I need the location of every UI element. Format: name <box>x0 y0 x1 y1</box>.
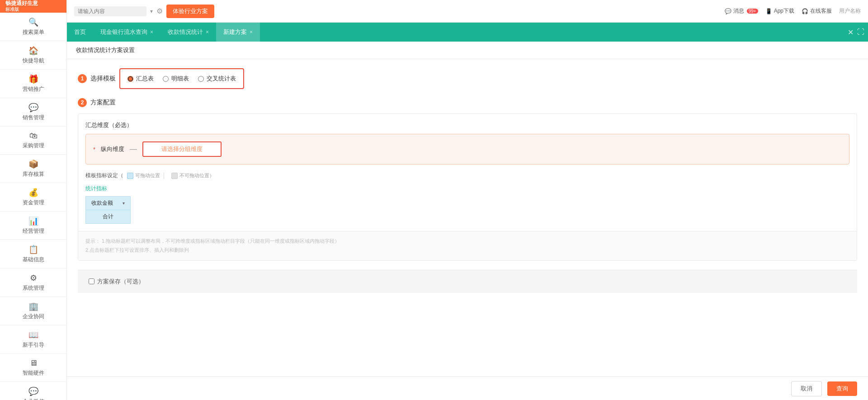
trial-button[interactable]: 体验行业方案 <box>166 5 214 18</box>
page-title: 收款情况统计方案设置 <box>67 42 868 59</box>
sidebar-item-guide[interactable]: 📖 新手引导 <box>0 325 66 354</box>
radio-detail-input[interactable] <box>163 76 169 82</box>
tab-receipt-stats-close-icon[interactable]: × <box>206 29 209 35</box>
step2-title: 方案配置 <box>90 99 116 107</box>
sidebar-item-finance[interactable]: 💰 资金管理 <box>0 183 66 212</box>
sidebar: 畅捷通好生意 标准版 🔍 搜索菜单 🏠 快捷导航 🎁 营销推广 💬 销售管理 🛍… <box>0 0 67 400</box>
app-download-action[interactable]: 📱 App下载 <box>765 7 794 15</box>
top-header: ▾ ⚙ 体验行业方案 💬 消息 99+ 📱 App下载 🎧 在线客服 用户名称 <box>67 0 868 23</box>
save-checkbox[interactable] <box>89 278 94 284</box>
metrics-legend: 模板指标设定（ 可拖动位置 ▏ 不可拖动位置） <box>85 172 849 179</box>
purchase-icon: 🛍 <box>29 131 38 141</box>
dimension-area: * 纵向维度 — 请选择分组维度 <box>85 134 849 165</box>
sidebar-item-basic-info[interactable]: 📋 基础信息 <box>0 240 66 268</box>
dropdown-arrow-icon[interactable]: ▾ <box>150 8 153 14</box>
marketing-icon: 🎁 <box>28 74 38 84</box>
header-left: ▾ ⚙ 体验行业方案 <box>74 5 214 18</box>
metrics-col-header[interactable]: 收款金额 ▾ <box>85 196 131 210</box>
tab-expand-icon[interactable]: ⛶ <box>857 28 864 36</box>
tab-home[interactable]: 首页 <box>67 23 93 42</box>
query-button[interactable]: 查询 <box>827 381 857 396</box>
tab-close-icon[interactable]: ✕ <box>848 28 854 37</box>
sidebar-item-label: 采购管理 <box>23 142 44 150</box>
message-badge: 99+ <box>747 9 758 14</box>
inventory-icon: 📦 <box>28 159 38 169</box>
main-area: ▾ ⚙ 体验行业方案 💬 消息 99+ 📱 App下载 🎧 在线客服 用户名称 … <box>67 0 868 400</box>
message-action[interactable]: 💬 消息 99+ <box>725 7 758 15</box>
sidebar-item-quick-nav[interactable]: 🏠 快捷导航 <box>0 41 66 70</box>
logo-text: 畅捷通好生意 <box>5 0 38 6</box>
tab-bar-actions: ✕ ⛶ <box>848 28 868 37</box>
sidebar-item-label: 基础信息 <box>23 256 44 264</box>
corp-icon: 🏢 <box>28 301 38 311</box>
wechat-icon: 💬 <box>28 386 38 396</box>
quick-nav-icon: 🏠 <box>28 46 38 56</box>
legend-non-draggable: 不可拖动位置） <box>171 172 214 179</box>
tab-bank-flow-close-icon[interactable]: × <box>150 29 153 35</box>
sidebar-item-label: 智能硬件 <box>23 369 44 377</box>
dimension-section-label: 汇总维度（必选） <box>85 121 849 129</box>
message-icon: 💬 <box>725 8 731 14</box>
radio-summary[interactable]: 汇总表 <box>127 75 154 83</box>
sidebar-item-label: 快捷导航 <box>23 57 44 65</box>
online-service-label: 在线客服 <box>810 7 832 15</box>
sidebar-item-label: 营销推广 <box>23 85 44 93</box>
basic-info-icon: 📋 <box>28 245 38 254</box>
tab-new-plan[interactable]: 新建方案 × <box>216 23 260 42</box>
sidebar-item-operation[interactable]: 📊 经营管理 <box>0 212 66 240</box>
radio-detail[interactable]: 明细表 <box>163 75 189 83</box>
metrics-label-text: 模板指标设定（ <box>85 172 123 179</box>
radio-cross-input[interactable] <box>198 76 204 82</box>
sales-icon: 💬 <box>28 103 38 113</box>
sidebar-item-inventory[interactable]: 📦 库存核算 <box>0 155 66 183</box>
tab-home-label: 首页 <box>74 28 86 36</box>
search-menu-icon: 🔍 <box>28 17 38 27</box>
non-draggable-box <box>171 173 178 179</box>
content-area: 收款情况统计方案设置 1 选择模板 汇总表 <box>67 42 868 376</box>
required-mark: * <box>93 146 95 153</box>
tab-receipt-stats-label: 收款情况统计 <box>168 28 203 36</box>
gear-icon[interactable]: ⚙ <box>156 7 163 15</box>
message-label: 消息 <box>733 7 744 15</box>
dimension-placeholder[interactable]: 请选择分组维度 <box>142 141 222 157</box>
dimension-section: 汇总维度（必选） * 纵向维度 — 请选择分组维度 模板指标设定（ <box>78 114 857 231</box>
tab-new-plan-close-icon[interactable]: × <box>250 29 253 35</box>
legend-non-draggable-label: 不可拖动位置） <box>179 172 214 179</box>
tab-bank-flow-label: 现金银行流水查询 <box>100 28 147 36</box>
sidebar-item-label: 销售管理 <box>23 114 44 122</box>
sidebar-item-corp[interactable]: 🏢 企业协同 <box>0 297 66 325</box>
col-header-dropdown-icon[interactable]: ▾ <box>123 201 125 206</box>
online-service-action[interactable]: 🎧 在线客服 <box>802 7 832 15</box>
stats-col-title: 统计指标 <box>85 183 131 194</box>
cancel-button[interactable]: 取消 <box>791 381 822 396</box>
step1-number: 1 <box>78 74 87 83</box>
sidebar-item-hardware[interactable]: 🖥 智能硬件 <box>0 354 66 382</box>
radio-summary-input[interactable] <box>127 76 133 82</box>
legend-draggable: 可拖动位置 <box>127 172 160 179</box>
radio-cross-label: 交叉统计表 <box>207 75 236 83</box>
app-icon: 📱 <box>765 8 772 14</box>
tab-bank-flow[interactable]: 现金银行流水查询 × <box>93 23 160 42</box>
search-input[interactable] <box>74 6 146 16</box>
user-info: 用户名称 <box>839 7 861 15</box>
tip-2: 2.点击标题栏下拉可设置排序、插入列和删除列 <box>85 246 849 255</box>
radio-summary-label: 汇总表 <box>136 75 154 83</box>
sidebar-item-sales[interactable]: 💬 销售管理 <box>0 98 66 127</box>
sidebar-item-wechat[interactable]: 💬 企业微信 <box>0 382 66 400</box>
sidebar-item-marketing[interactable]: 🎁 营销推广 <box>0 70 66 98</box>
save-label: 方案保存（可选） <box>97 278 144 286</box>
service-icon: 🎧 <box>802 8 808 14</box>
radio-cross[interactable]: 交叉统计表 <box>198 75 236 83</box>
edition-text: 标准版 <box>5 6 38 13</box>
step2-number: 2 <box>78 98 87 107</box>
sidebar-item-purchase[interactable]: 🛍 采购管理 <box>0 127 66 155</box>
sidebar-item-system[interactable]: ⚙ 系统管理 <box>0 268 66 297</box>
step1-header: 1 选择模板 <box>78 74 116 83</box>
step1-row: 1 选择模板 汇总表 明细表 <box>78 68 857 89</box>
tab-bar: 首页 现金银行流水查询 × 收款情况统计 × 新建方案 × ✕ ⛶ <box>67 23 868 42</box>
sidebar-item-search-menu[interactable]: 🔍 搜索菜单 <box>0 13 66 41</box>
tab-new-plan-label: 新建方案 <box>223 28 247 36</box>
app-download-label: App下载 <box>774 7 794 15</box>
config-section: 汇总维度（必选） * 纵向维度 — 请选择分组维度 模板指标设定（ <box>78 113 857 261</box>
tab-receipt-stats[interactable]: 收款情况统计 × <box>160 23 216 42</box>
